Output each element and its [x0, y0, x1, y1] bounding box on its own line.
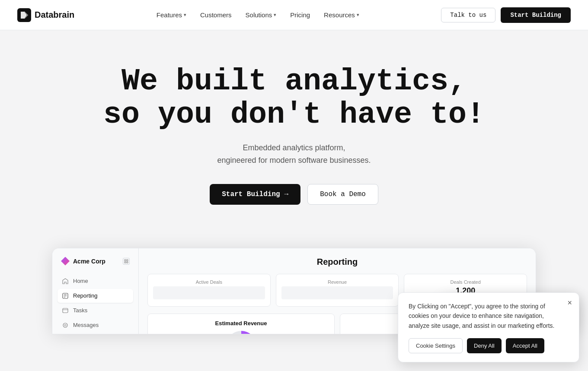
sidebar-item-reporting[interactable]: Reporting: [58, 289, 133, 303]
navbar: Databrain Features ▾ Customers Solutions…: [0, 0, 588, 30]
svg-point-11: [63, 323, 67, 327]
sidebar-item-home[interactable]: Home: [58, 274, 133, 288]
nav-item-resources[interactable]: Resources ▾: [324, 11, 359, 19]
start-building-label: Start Building: [222, 190, 280, 198]
nav-resources-label: Resources: [324, 11, 355, 19]
sidebar-item-tasks[interactable]: Tasks: [58, 304, 133, 317]
messages-icon: [62, 322, 69, 329]
hero-title-line1: We built analytics,: [121, 64, 467, 98]
nav-solutions-label: Solutions: [246, 11, 272, 19]
metric-revenue-label: Revenue: [281, 279, 393, 285]
talk-to-us-button[interactable]: Talk to us: [441, 8, 495, 22]
hero-subtitle-line2: engineered for modern software businesse…: [217, 156, 371, 165]
metric-placeholder: [153, 286, 265, 299]
nav-item-customers[interactable]: Customers: [200, 11, 232, 19]
sidebar-nav: Home Reporting: [58, 274, 133, 332]
metric-deals-created-label: Deals Created: [409, 279, 521, 285]
estimated-revenue-title: Estimated Revenue: [154, 320, 328, 327]
hero-subtitle: Embedded analytics platform, engineered …: [103, 142, 485, 167]
chevron-down-icon: ▾: [184, 12, 186, 18]
cookie-close-button[interactable]: ×: [567, 299, 572, 307]
hero-subtitle-line1: Embedded analytics platform,: [243, 143, 345, 152]
sidebar-messages-label: Messages: [73, 322, 99, 328]
arrow-right-icon: →: [284, 190, 289, 198]
app-sidebar: Acme Corp: [52, 248, 139, 334]
svg-rect-2: [127, 260, 128, 261]
estimated-revenue-card: Estimated Revenue: [147, 314, 335, 334]
start-building-nav-button[interactable]: Start Building: [501, 7, 571, 23]
svg-rect-4: [127, 262, 128, 263]
nav-customers-label: Customers: [200, 11, 232, 19]
sidebar-diamond-icon: [61, 257, 70, 266]
svg-rect-9: [63, 308, 68, 313]
svg-rect-1: [125, 260, 126, 261]
metric-active-deals-label: Active Deals: [153, 279, 265, 285]
nav-item-features[interactable]: Features ▾: [157, 11, 186, 19]
sidebar-expand-icon[interactable]: [123, 258, 130, 265]
home-icon: [62, 278, 69, 285]
sidebar-tasks-label: Tasks: [73, 307, 87, 314]
nav-actions: Talk to us Start Building: [441, 7, 571, 23]
metric-card-active-deals: Active Deals: [147, 274, 271, 307]
cookie-settings-button[interactable]: Cookie Settings: [409, 338, 463, 353]
hero-section: We built analytics, so you don't have to…: [0, 0, 588, 334]
donut-chart: [154, 331, 328, 334]
tasks-icon: [62, 307, 69, 314]
accept-all-button[interactable]: Accept All: [506, 338, 544, 353]
book-demo-button[interactable]: Book a Demo: [307, 184, 378, 205]
logo-link[interactable]: Databrain: [17, 8, 74, 22]
svg-point-12: [64, 324, 66, 326]
hero-buttons: Start Building → Book a Demo: [103, 184, 485, 205]
cookie-actions: Cookie Settings Deny All Accept All: [409, 338, 569, 353]
logo-icon: [17, 8, 31, 22]
nav-links: Features ▾ Customers Solutions ▾ Pricing…: [157, 11, 359, 19]
hero-content: We built analytics, so you don't have to…: [86, 30, 502, 248]
sidebar-logo-area: Acme Corp: [61, 257, 105, 266]
deny-all-button[interactable]: Deny All: [467, 338, 502, 353]
svg-rect-3: [125, 262, 126, 263]
sidebar-home-label: Home: [73, 278, 88, 284]
nav-pricing-label: Pricing: [290, 11, 310, 19]
hero-title-line2: so you don't have to!: [103, 98, 485, 132]
chevron-down-icon: ▾: [357, 12, 359, 18]
reporting-icon: [62, 292, 69, 299]
app-reporting-header: Reporting: [147, 257, 527, 267]
hero-title: We built analytics, so you don't have to…: [103, 65, 485, 131]
sidebar-header: Acme Corp: [58, 257, 133, 266]
cookie-banner: × By Clicking on "Accept", you agree to …: [398, 292, 579, 362]
nav-item-pricing[interactable]: Pricing: [290, 11, 310, 19]
start-building-hero-button[interactable]: Start Building →: [210, 184, 300, 205]
sidebar-item-messages[interactable]: Messages: [58, 318, 133, 332]
expand-icon: [124, 259, 128, 263]
logo-text: Databrain: [35, 10, 74, 20]
chevron-down-icon: ▾: [274, 12, 276, 18]
sidebar-company-name: Acme Corp: [73, 258, 105, 265]
donut-visual: [226, 331, 256, 334]
cookie-text: By Clicking on "Accept", you agree to th…: [409, 301, 569, 330]
metric-card-revenue: Revenue: [276, 274, 399, 307]
metric-placeholder: [281, 286, 393, 299]
sidebar-reporting-label: Reporting: [73, 292, 97, 299]
nav-features-label: Features: [157, 11, 182, 19]
nav-item-solutions[interactable]: Solutions ▾: [246, 11, 277, 19]
